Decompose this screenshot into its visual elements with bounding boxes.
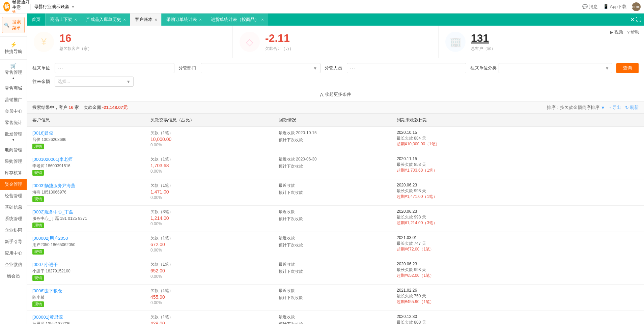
customer-tag-1: 现销 (32, 170, 44, 176)
view-video-btn[interactable]: ▶ 视频 (610, 29, 623, 35)
overdue-days-7: 最长欠款 808 天 (397, 320, 639, 324)
customer-tag-2: 现销 (32, 196, 44, 202)
tab-close-purchase-stat[interactable]: ✕ (261, 18, 264, 22)
sidebar-item-ops-mgmt[interactable]: 经营管理 (0, 190, 27, 202)
export-btn[interactable]: ↑ 导出 (609, 105, 621, 111)
debt-cell-7: 欠款（1笔） 429.00 0.00% (150, 314, 279, 324)
customer-cell-4: [000002]用户2050 用户2050 18665062050 现销 (32, 235, 150, 255)
customer-name-6[interactable]: [0006]去下粮仓 (32, 288, 147, 294)
app-download-btn[interactable]: 📱 App下载 (603, 4, 626, 10)
tab-purchase-order[interactable]: 采购订单统计表 ✕ (161, 13, 206, 26)
person-input[interactable]: ··· (347, 63, 467, 73)
refresh-btn[interactable]: ↻ 刷新 (625, 105, 639, 111)
filter-balance: 往来余额 选择... ▼ (32, 77, 134, 87)
debt-amount-0[interactable]: 10,000.00 (150, 137, 275, 142)
expand-tab-btn[interactable]: ⛶ (636, 17, 641, 23)
debt-amount-6[interactable]: 455.90 (150, 294, 275, 300)
tab-customer-account[interactable]: 客户账本 ✕ (130, 13, 161, 26)
overdue-link-0[interactable]: 超期¥10,000.00（1笔） (397, 141, 639, 147)
customer-name-5[interactable]: [0007]小进干 (32, 262, 147, 268)
tab-bar: 首页 商品上下架 ✕ 产成品入库单历史 ✕ 客户账本 ✕ 采购订单统计表 ✕ 进… (27, 13, 644, 26)
tab-product-off[interactable]: 商品上下架 ✕ (45, 13, 81, 26)
sidebar-item-purchase-mgmt[interactable]: 采购管理 (0, 156, 27, 167)
filter-area: 往来单位 ··· 分管部门 ▼ 分管人员 (27, 58, 644, 102)
sidebar-item-marketing[interactable]: 营销推广 (0, 94, 27, 106)
header-overdue: 到期未收款日期 (397, 117, 639, 123)
sidebar-item-retail-mgmt[interactable]: 🛒 零售管理 ▲ (0, 60, 27, 83)
message-btn[interactable]: 💬 消息 (582, 4, 598, 10)
customer-name-3[interactable]: [0002]服务中心_丁磊 (32, 209, 147, 215)
customer-name-4[interactable]: [000002]用户2050 (32, 235, 147, 241)
customer-name-2[interactable]: [0003]畅捷服务尹海燕 (32, 183, 147, 189)
customer-cell-7: [000001]黄思源 黄思源 13552700226 现销 (32, 314, 150, 324)
debt-amount-5[interactable]: 652.00 (150, 268, 275, 273)
last-collection-6: 最近收款 (279, 288, 393, 294)
customer-name-0[interactable]: [0016]吕俊 (32, 130, 147, 136)
source-unit-input[interactable]: ··· (55, 63, 174, 73)
header-collection: 回款情况 (279, 117, 397, 123)
sidebar-item-sys-mgmt[interactable]: 系统管理 (0, 213, 27, 225)
tab-close-product-history[interactable]: ✕ (123, 18, 126, 22)
debt-amount-4[interactable]: 672.00 (150, 242, 275, 247)
customer-name-7[interactable]: [000001]黄思源 (32, 314, 147, 320)
tab-product-history[interactable]: 产成品入库单历史 ✕ (81, 13, 130, 26)
overdue-cell-5: 2020.06.23 最长欠款 998 天 超期¥652.00（1笔） (397, 262, 639, 281)
avatar[interactable]: demo2 (632, 2, 641, 11)
sidebar-item-basic-info[interactable]: 基础信息 (0, 202, 27, 213)
overdue-link-3[interactable]: 超期¥1,214.00（3笔） (397, 220, 639, 226)
overdue-link-4[interactable]: 超期¥672.00（1笔） (397, 246, 639, 252)
sidebar-item-inventory[interactable]: 库存核算 (0, 167, 27, 179)
help-btn[interactable]: ? 帮助 (627, 29, 639, 35)
sidebar-item-enterprise[interactable]: 企业协同 (0, 225, 27, 236)
tab-close-product-off[interactable]: ✕ (74, 18, 77, 22)
dept-input[interactable]: ▼ (201, 63, 320, 73)
debt-amount-1[interactable]: 1,703.68 (150, 163, 275, 168)
overdue-date-6: 2021.02.26 (397, 288, 639, 293)
stat-debt-amount: ◇ -2.11 欠款合计（万） (233, 26, 439, 58)
sidebar-item-quick-nav[interactable]: ⚡ 快捷导航 (0, 39, 27, 57)
customer-cell-0: [0016]吕俊 吕俊 13026203696 现销 (32, 130, 150, 149)
overdue-days-6: 最长欠款 750 天 (397, 293, 639, 299)
sidebar-item-batch-mgmt[interactable]: 批发管理 ▼ (0, 128, 27, 144)
unit-class-input[interactable]: ▼ (499, 63, 612, 73)
filter-source-unit: 往来单位 ··· (32, 63, 174, 73)
collapse-btn[interactable]: ⋀ 收起更多条件 (32, 90, 639, 99)
sidebar-item-enterprise-wx[interactable]: 企业微信 (0, 259, 27, 270)
sidebar-item-vip[interactable]: 畅会员 (0, 270, 27, 282)
search-btn[interactable]: 查询 (616, 63, 639, 73)
sidebar-item-retail-stat[interactable]: 零售统计 (0, 117, 27, 128)
next-collection-7: 预计下次收款 (279, 321, 393, 324)
stat-debt-amount-icon: ◇ (240, 32, 260, 52)
filter-row-1: 往来单位 ··· 分管部门 ▼ 分管人员 (32, 63, 639, 73)
overdue-link-2[interactable]: 超期¥1,471.00（1笔） (397, 194, 639, 200)
close-other-tabs-btn[interactable]: ✕ (630, 17, 635, 23)
quick-nav-icon: ⚡ (10, 41, 17, 48)
tab-purchase-stat[interactable]: 进货单统计表（按商品） ✕ (206, 13, 268, 26)
overdue-link-5[interactable]: 超期¥652.00（1笔） (397, 273, 639, 278)
sort-select[interactable]: 排序：按欠款金额倒序排序 ▼ (547, 105, 605, 111)
tab-close-purchase-order[interactable]: ✕ (199, 18, 202, 22)
customer-tag-0: 现销 (32, 144, 44, 149)
balance-input[interactable]: 选择... ▼ (55, 77, 134, 87)
overdue-link-1[interactable]: 超期¥1,703.68（1笔） (397, 168, 639, 173)
debt-amount-2[interactable]: 1,471.00 (150, 189, 275, 195)
tab-home[interactable]: 首页 (27, 13, 45, 26)
sidebar-item-app-center[interactable]: 应用中心 (0, 247, 27, 259)
company-select[interactable]: 母婴行业演示账套 ▼ (30, 4, 582, 10)
search-menu-btn[interactable]: 🔍 搜索菜单 (2, 17, 25, 33)
sidebar-item-newbie[interactable]: 新手引导 (0, 236, 27, 247)
table-row: [0007]小进干 小进干 18279152100 现销 欠款（1笔） 652.… (27, 258, 644, 285)
overdue-cell-4: 2021.03.01 最长欠款 747 天 超期¥672.00（1笔） (397, 235, 639, 255)
stat-debt-amount-label: 欠款合计（万） (265, 46, 293, 52)
sidebar-item-member[interactable]: 会员中心 (0, 106, 27, 117)
sidebar-item-ecom-mgmt[interactable]: 电商管理 (0, 144, 27, 156)
debt-amount-7[interactable]: 429.00 (150, 321, 275, 324)
customer-name-1[interactable]: [0001020001]李老师 (32, 156, 147, 163)
sidebar-item-finance[interactable]: 资金管理 (0, 179, 27, 190)
balance-arrow: ▼ (126, 79, 131, 84)
debt-amount-3[interactable]: 1,214.00 (150, 215, 275, 221)
company-dropdown-icon[interactable]: ▼ (71, 5, 75, 9)
sidebar-item-retail-shop[interactable]: 零售商城 (0, 83, 27, 94)
overdue-link-6[interactable]: 超期¥455.90（1笔） (397, 299, 639, 305)
tab-close-customer-account[interactable]: ✕ (155, 18, 157, 22)
